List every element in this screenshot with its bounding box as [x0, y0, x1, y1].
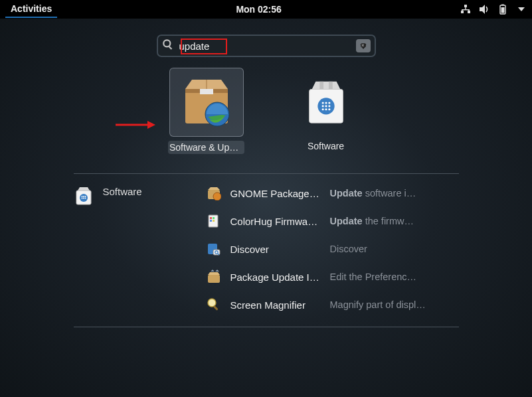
clock[interactable]: Mon 02:56: [236, 4, 281, 15]
result-desc: Update the firmw…: [330, 216, 459, 226]
chevron-down-icon: [516, 4, 527, 15]
svg-marker-7: [480, 5, 485, 14]
divider: [74, 327, 459, 327]
result-name: Discover: [230, 244, 321, 255]
svg-point-47: [84, 196, 86, 197]
svg-rect-5: [462, 9, 462, 11]
svg-point-37: [325, 105, 327, 107]
network-icon: [460, 4, 471, 15]
svg-rect-0: [464, 5, 467, 7]
svg-rect-59: [213, 220, 215, 222]
svg-rect-13: [168, 46, 172, 50]
app-tiles: Software & Updates Software: [0, 68, 532, 156]
colorhug-icon: [207, 214, 221, 228]
result-name: Screen Magnifier: [230, 299, 321, 311]
result-source[interactable]: Software: [74, 186, 180, 312]
result-desc: Update software i…: [330, 188, 459, 198]
svg-rect-28: [319, 82, 323, 90]
svg-point-45: [81, 196, 82, 197]
svg-rect-58: [210, 220, 212, 222]
result-desc: Discover: [330, 244, 459, 254]
svg-point-46: [83, 196, 84, 197]
tile-label: Software: [308, 141, 344, 151]
package-update-icon: [207, 270, 221, 284]
svg-point-48: [81, 198, 82, 199]
software-updates-icon: [169, 68, 244, 137]
svg-point-12: [163, 40, 170, 46]
svg-marker-11: [518, 7, 525, 11]
discover-icon: [207, 242, 221, 256]
status-area[interactable]: [460, 4, 527, 15]
svg-rect-56: [210, 217, 212, 219]
svg-point-34: [325, 102, 327, 104]
svg-rect-23: [200, 89, 213, 94]
result-desc: Edit the Preferenc…: [330, 272, 459, 282]
svg-rect-64: [208, 275, 220, 283]
svg-marker-52: [208, 187, 220, 190]
svg-point-41: [328, 108, 330, 110]
svg-point-66: [208, 299, 216, 307]
svg-rect-10: [501, 7, 505, 13]
result-name: GNOME Package …: [230, 188, 321, 199]
result-row[interactable]: GNOME Package … Update software i…: [207, 186, 459, 200]
svg-point-33: [321, 102, 323, 104]
svg-marker-42: [78, 187, 90, 191]
top-bar: Activities Mon 02:56: [0, 0, 532, 19]
result-name: ColorHug Firmwa…: [230, 216, 321, 227]
clear-search-button[interactable]: [356, 39, 371, 52]
svg-point-50: [84, 198, 86, 199]
result-row[interactable]: ColorHug Firmwa… Update the firmw…: [207, 214, 459, 228]
result-row[interactable]: Discover Discover: [207, 242, 459, 256]
magnifier-icon: [207, 297, 221, 312]
svg-marker-65: [208, 272, 220, 275]
divider: [74, 173, 459, 174]
svg-rect-4: [462, 9, 469, 10]
tile-label: Software & Updates: [168, 141, 244, 154]
svg-point-40: [325, 108, 327, 110]
result-row[interactable]: Screen Magnifier Magnify part of displ…: [207, 297, 459, 312]
result-desc: Magnify part of displ…: [330, 299, 459, 310]
software-icon: [289, 68, 363, 137]
svg-point-35: [328, 102, 330, 104]
svg-point-39: [321, 108, 323, 110]
search-results: Software GNOME Package … Update software…: [74, 186, 459, 312]
svg-rect-9: [501, 5, 504, 6]
result-row[interactable]: Package Update I… Edit the Preferenc…: [207, 270, 459, 284]
result-source-label: Software: [103, 186, 142, 197]
volume-icon: [479, 4, 489, 15]
tile-software[interactable]: Software: [286, 68, 366, 156]
search-icon: [162, 39, 174, 53]
result-name: Package Update I…: [230, 272, 321, 283]
svg-rect-6: [468, 9, 469, 11]
battery-icon: [497, 4, 508, 15]
svg-rect-67: [213, 305, 218, 311]
activities-button[interactable]: Activities: [5, 1, 57, 18]
search-input[interactable]: [178, 39, 352, 53]
package-icon: [207, 186, 221, 200]
svg-marker-27: [311, 82, 340, 90]
svg-point-36: [321, 105, 323, 107]
svg-rect-29: [328, 82, 332, 90]
tile-software-updates[interactable]: Software & Updates: [167, 68, 246, 156]
svg-rect-57: [213, 217, 215, 219]
svg-point-38: [328, 105, 330, 107]
svg-point-49: [83, 198, 84, 199]
search-bar[interactable]: [157, 35, 376, 57]
software-source-icon: [74, 186, 94, 206]
